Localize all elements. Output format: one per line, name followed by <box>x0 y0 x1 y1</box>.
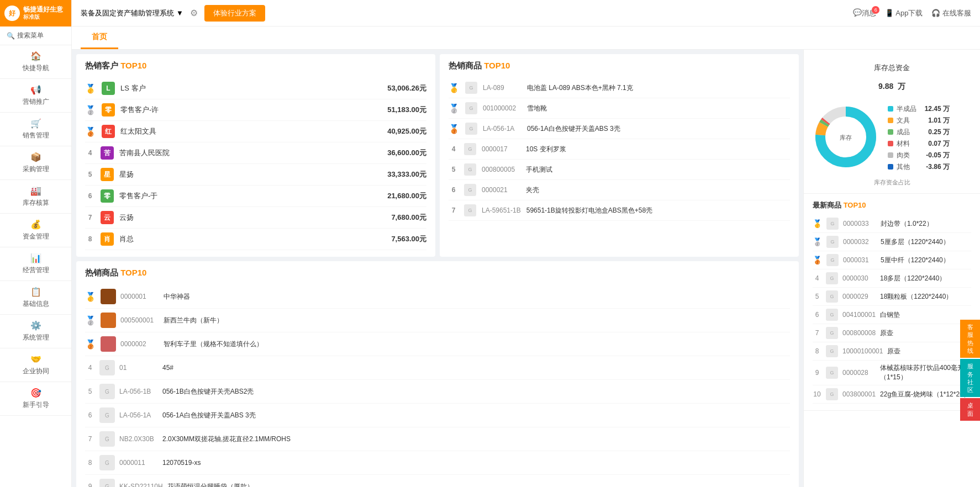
product-code: LA-056-1A <box>483 125 521 133</box>
badge-count: 6 <box>872 6 879 14</box>
product-img-placeholder: G <box>826 236 839 248</box>
product-img-placeholder: G <box>826 218 839 230</box>
main-area: 装备及固定资产辅助管理系统 ▼ ⚙ 体验行业方案 💬 6 消息 📱 App下载 … <box>72 0 980 487</box>
product-name: 新西兰牛肉（新牛） <box>164 316 790 325</box>
sidebar-item-collab[interactable]: 🤝 企业协同 <box>0 348 71 382</box>
legend-label: 成品 <box>897 128 919 137</box>
hot-products-bottom-section: 热销商品 TOP10 🥇 0000001 中华神器 🥈 000500001 新西… <box>76 261 799 487</box>
sidebar-item-guide[interactable]: 🎯 新手引导 <box>0 382 71 416</box>
sidebar-item-quicknav[interactable]: 🏠 快捷导航 <box>0 45 71 79</box>
headset-icon: 🎧 <box>931 9 940 17</box>
product-code: 0000032 <box>843 238 876 246</box>
rank-number: 10 <box>813 390 821 398</box>
page-tabs: 首页 <box>72 27 980 50</box>
product-code: 10000100001 <box>842 347 883 355</box>
product-code: LA-056-1B <box>119 388 158 395</box>
rank-number: 8 <box>85 459 95 467</box>
sidebar-item-label: 快捷导航 <box>23 63 49 73</box>
hot-goods-mid-list: 🥇 G LA-089 电池盖 LA-089 ABS本色+黑种 7.1克 🥈 G … <box>449 78 790 221</box>
stock-ratio-label: 库存资金占比 <box>813 178 971 187</box>
settings-icon[interactable]: ⚙ <box>190 8 198 18</box>
customer-value: 7,680.00元 <box>391 213 426 223</box>
customer-value: 7,563.00元 <box>391 234 426 244</box>
search-menu-item[interactable]: 🔍 搜索菜单 <box>0 27 71 45</box>
hot-goods-item: 🥇 0000001 中华神器 <box>85 285 790 309</box>
product-name: 原壶 <box>880 329 971 338</box>
stock-total-value: 9.88 万 <box>813 75 971 93</box>
new-product-item: 🥇 G 0000033 封边带（1.0*22） <box>813 215 971 233</box>
cs-service-btn[interactable]: 服务社区 <box>960 359 980 397</box>
product-image <box>101 336 116 352</box>
new-product-item: 9 G 0000028 体械荔核味苏打饮品400毫升（1*15） <box>813 361 971 385</box>
product-image: G <box>99 384 115 399</box>
product-img-placeholder: G <box>826 309 838 321</box>
customer-value: 36,600.00元 <box>387 148 426 158</box>
product-img-placeholder: G <box>465 82 477 94</box>
product-code: NB2.0X30B <box>119 435 158 443</box>
product-code: 0000031 <box>843 256 876 264</box>
product-code: 0000002 <box>120 340 159 348</box>
rank-medal-icon: 🥇 <box>813 219 822 228</box>
hot-goods-item: 🥉 0000002 智利车子里（规格不知道填什么） <box>85 332 790 356</box>
rank-number: 5 <box>449 166 459 173</box>
product-name: 体械荔核味苏打饮品400毫升（1*15） <box>880 363 971 382</box>
sidebar-item-label: 销售管理 <box>23 131 49 140</box>
product-code: 000800008 <box>842 329 876 337</box>
system-title: 装备及固定资产辅助管理系统 <box>81 8 174 18</box>
sidebar-item-sales[interactable]: 🛒 销售管理 <box>0 113 71 146</box>
product-name: 中华神器 <box>164 292 790 301</box>
cs-desk-btn[interactable]: 桌面 <box>960 398 980 421</box>
hot-goods-mid-item: 4 G 0000017 10S 变利罗浆 <box>449 139 790 160</box>
customer-name: 云扬 <box>119 213 386 223</box>
donut-chart: 库存 <box>813 104 879 172</box>
search-icon: 🔍 <box>7 32 15 40</box>
product-code: LA-056-1A <box>119 411 158 419</box>
cs-hotline-btn[interactable]: 客服热线 <box>960 320 980 358</box>
hot-goods-mid-item: 🥈 G 001000002 雪地靴 <box>449 98 790 119</box>
legend-color-dot <box>888 152 893 158</box>
product-name: 12070519-xs <box>162 459 790 467</box>
new-product-item: 🥈 G 0000032 5厘多层（1220*2440） <box>813 233 971 251</box>
app-download[interactable]: 📱 App下载 <box>885 8 923 18</box>
legend-color-dot <box>888 164 893 170</box>
sidebar-item-inventory[interactable]: 🏭 库存核算 <box>0 180 71 214</box>
sidebar-item-purchase[interactable]: 📦 采购管理 <box>0 146 71 180</box>
left-panel: 热销客户 TOP10 🥇 L LS 客户 53,006.26元 🥈 零 零售客户… <box>72 50 803 487</box>
right-panel: 库存总资金 9.88 万 <box>803 50 980 487</box>
content-area: 热销客户 TOP10 🥇 L LS 客户 53,006.26元 🥈 零 零售客户… <box>72 50 980 487</box>
legend-label: 材料 <box>897 139 919 149</box>
hot-goods-item: 6 G LA-056-1A 056-1A白色按键开关盖ABS 3壳 <box>85 404 790 427</box>
legend-value: 0.25 万 <box>922 128 950 137</box>
rank-number: 8 <box>813 347 821 355</box>
customer-avatar: 零 <box>102 103 115 117</box>
collab-icon: 🤝 <box>30 354 41 364</box>
customer-value: 51,183.00元 <box>387 105 426 115</box>
product-code: 0000028 <box>842 369 876 377</box>
customer-avatar: 肖 <box>101 232 114 246</box>
rank-medal-icon: 🥈 <box>85 315 96 326</box>
legend-value: 12.45 万 <box>922 104 950 114</box>
sidebar-item-operation[interactable]: 📊 经营管理 <box>0 247 71 281</box>
rank-medal-icon: 🥉 <box>85 126 96 137</box>
product-img-placeholder: G <box>464 163 476 176</box>
hot-goods-item: 8 G 0000011 12070519-xs <box>85 451 790 475</box>
message-badge[interactable]: 💬 6 消息 <box>853 8 876 18</box>
product-code: 0000029 <box>842 293 876 300</box>
system-selector[interactable]: 装备及固定资产辅助管理系统 ▼ <box>81 8 183 18</box>
tab-home[interactable]: 首页 <box>81 27 118 49</box>
product-img-placeholder: G <box>826 290 838 303</box>
sidebar-item-marketing[interactable]: 📢 营销推广 <box>0 79 71 113</box>
sidebar-item-basic[interactable]: 📋 基础信息 <box>0 281 71 315</box>
logo-icon: 好 <box>4 6 20 21</box>
search-menu-label: 搜索菜单 <box>17 31 44 40</box>
customer-value: 21,680.00元 <box>387 191 426 201</box>
sidebar-item-system[interactable]: ⚙️ 系统管理 <box>0 315 71 348</box>
product-img-placeholder: G <box>826 272 838 284</box>
product-name: 智利车子里（规格不知道填什么） <box>164 340 790 349</box>
customer-rank-item: 7 云 云扬 7,680.00元 <box>85 207 426 229</box>
sidebar-item-label: 基础信息 <box>23 299 49 309</box>
online-service[interactable]: 🎧 在线客服 <box>931 8 971 18</box>
try-button[interactable]: 体验行业方案 <box>204 5 265 22</box>
sidebar-item-finance[interactable]: 💰 资金管理 <box>0 214 71 247</box>
product-img-placeholder: G <box>465 102 477 114</box>
